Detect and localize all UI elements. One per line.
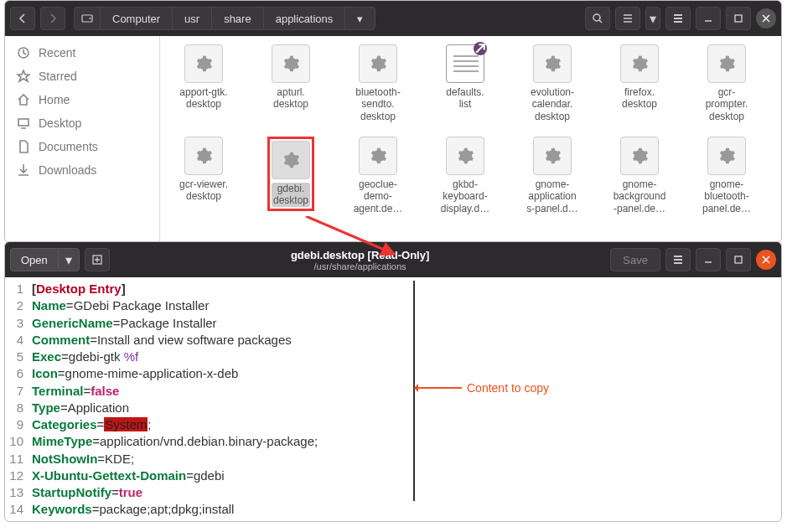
annotation-content-to-copy: Content to copy [415,381,549,395]
close-button[interactable] [756,250,776,270]
gear-icon [533,44,572,83]
view-dropdown[interactable]: ▾ [645,7,660,30]
forward-button[interactable] [40,7,65,30]
open-dropdown[interactable]: ▾ [58,248,80,271]
file-item[interactable]: gnome- application s-panel.d… [509,133,596,225]
sidebar-item-starred[interactable]: Starred [5,65,159,88]
gear-icon [533,137,572,175]
symlink-badge-icon [474,42,487,55]
text-editor-window: Open ▾ gdebi.desktop [Read-Only] /usr/sh… [4,241,782,522]
file-item[interactable]: gdebi. desktop [247,133,334,225]
file-item[interactable]: bluetooth- sendto. desktop [334,41,422,133]
new-tab-button[interactable] [85,248,110,271]
crumb-applications[interactable]: applications [264,8,346,29]
search-button[interactable] [585,7,610,30]
svg-rect-3 [735,15,742,22]
gear-icon [272,44,310,83]
view-list-button[interactable] [615,7,640,30]
gear-icon [620,137,659,175]
crumb-share[interactable]: share [212,8,264,29]
line-gutter: 1234567891011121314 [5,277,28,521]
file-label: gkbd- keyboard- display.d… [441,178,489,214]
gear-icon [446,137,484,175]
svg-rect-7 [735,256,742,263]
file-label: apturl. desktop [273,86,308,111]
file-item[interactable]: firefox. desktop [596,41,683,133]
file-label: apport-gtk. desktop [179,86,227,111]
gear-icon [359,137,397,175]
file-label: gcr-viewer. desktop [179,178,228,203]
file-item[interactable]: gkbd- keyboard- display.d… [422,133,509,225]
sidebar-item-desktop[interactable]: Desktop [5,111,159,135]
file-label: firefox. desktop [622,86,657,111]
sidebar-label: Recent [39,46,75,59]
file-item[interactable]: gcr- prompter. desktop [683,41,770,133]
file-item[interactable]: apport-gtk. desktop [160,41,247,133]
file-label: geoclue- demo- agent.de… [354,178,403,214]
disk-icon [75,8,101,29]
file-item[interactable]: geoclue- demo- agent.de… [334,133,422,225]
file-item[interactable]: gcr-viewer. desktop [160,133,247,225]
path-bar: Computer usr share applications ▾ [74,7,375,30]
file-label: bluetooth- sendto. desktop [355,86,400,122]
sidebar-item-home[interactable]: Home [5,88,159,111]
sidebar-label: Downloads [39,163,96,177]
file-item[interactable]: evolution- calendar. desktop [509,41,596,133]
files-grid: apport-gtk. desktopapturl. desktopblueto… [160,36,781,242]
hamburger-button[interactable] [665,248,691,271]
close-button[interactable] [756,8,776,28]
file-item[interactable]: gnome- background -panel.de… [596,133,683,225]
file-label: gnome- bluetooth- panel.de… [702,178,751,214]
file-label: evolution- calendar. desktop [531,86,574,122]
file-label: gdebi. desktop [272,183,310,207]
crumb-computer[interactable]: Computer [101,8,173,29]
annotation-label: Content to copy [467,381,549,395]
file-label: gcr- prompter. desktop [706,86,748,122]
file-label: defaults. list [446,86,484,111]
sidebar-label: Documents [39,140,98,153]
svg-point-2 [593,14,600,21]
text-file-icon [446,44,484,83]
editor-body[interactable]: 1234567891011121314 [Desktop Entry]Name=… [5,277,781,521]
file-item[interactable]: apturl. desktop [247,41,334,133]
svg-point-1 [90,18,91,19]
maximize-button[interactable] [726,248,751,271]
gear-icon [272,141,310,179]
gear-icon [707,44,746,83]
sidebar-label: Home [39,93,70,106]
ed-headerbar: Open ▾ gdebi.desktop [Read-Only] /usr/sh… [5,242,781,277]
file-label: gnome- background -panel.de… [614,178,666,214]
sidebar-item-documents[interactable]: Documents [5,135,159,158]
minimize-button[interactable] [696,248,721,271]
gear-icon [184,44,223,83]
crumb-dropdown[interactable]: ▾ [345,8,375,29]
places-sidebar: Recent Starred Home Desktop Documents Do… [5,36,160,242]
open-button[interactable]: Open [10,248,58,271]
save-button: Save [610,248,660,271]
file-label: gnome- application s-panel.d… [526,178,577,214]
sidebar-label: Starred [39,70,77,83]
back-button[interactable] [10,7,35,30]
file-manager-window: Computer usr share applications ▾ ▾ Rece… [4,0,782,243]
file-item[interactable]: gnome- bluetooth- panel.de… [683,133,770,225]
hamburger-button[interactable] [665,7,691,30]
file-item[interactable]: defaults. list [422,41,509,133]
editor-title: gdebi.desktop [Read-Only] [115,249,606,261]
editor-subtitle: /usr/share/applications [115,261,606,271]
sidebar-label: Desktop [39,116,81,130]
crumb-usr[interactable]: usr [173,8,212,29]
gear-icon [359,44,397,83]
editor-title-area: gdebi.desktop [Read-Only] /usr/share/app… [115,249,606,271]
maximize-button[interactable] [726,7,751,30]
gear-icon [184,137,223,175]
gear-icon [707,137,746,175]
open-button-group: Open ▾ [10,248,80,271]
sidebar-item-recent[interactable]: Recent [5,41,159,65]
fm-headerbar: Computer usr share applications ▾ ▾ [5,1,781,36]
code-area[interactable]: [Desktop Entry]Name=GDebi Package Instal… [28,277,781,521]
minimize-button[interactable] [696,7,721,30]
gear-icon [620,44,659,83]
sidebar-item-downloads[interactable]: Downloads [5,158,159,182]
svg-rect-5 [18,119,28,126]
